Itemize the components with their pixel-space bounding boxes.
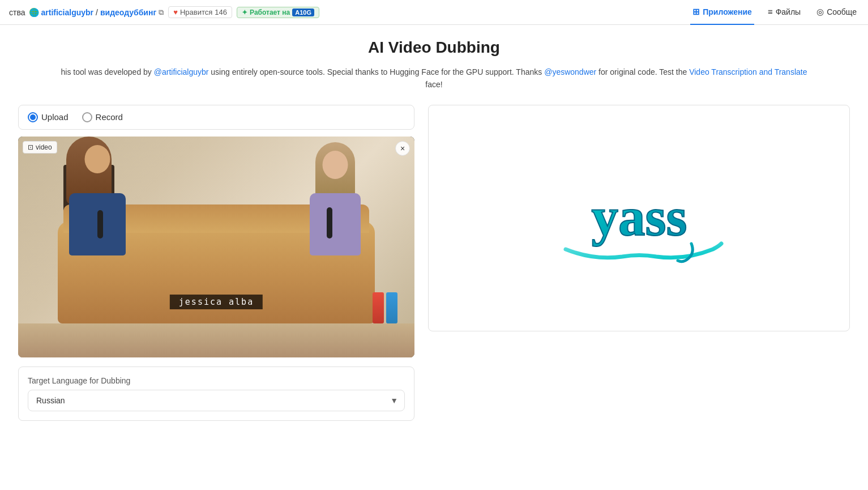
topbar: ства 🌐 artificialguybr / видеодуббинг ⧉ … bbox=[0, 0, 868, 25]
topbar-left: ства 🌐 artificialguybr / видеодуббинг ⧉ … bbox=[9, 6, 683, 18]
person-left bbox=[52, 137, 143, 255]
video-label: ⊡ video bbox=[23, 141, 57, 154]
running-badge: ✦ Работает на A10G bbox=[237, 7, 319, 18]
app-icon: ⊞ bbox=[692, 7, 700, 17]
heart-icon: ♥ bbox=[173, 8, 178, 16]
main-content: AI Video Dubbing his tool was developed … bbox=[0, 25, 868, 434]
microphone-right bbox=[327, 207, 332, 238]
plus-icon: ✦ bbox=[242, 8, 247, 16]
video-preview: jessica alba bbox=[18, 137, 414, 357]
repo-info: 🌐 artificialguybr / видеодуббинг ⧉ bbox=[29, 8, 164, 17]
video-label-text: video bbox=[36, 143, 52, 151]
person-right-torso bbox=[310, 193, 361, 255]
video-container: ⊡ video × bbox=[18, 137, 414, 357]
copy-icon[interactable]: ⧉ bbox=[159, 8, 164, 17]
person-right bbox=[296, 142, 375, 255]
record-radio[interactable] bbox=[82, 112, 92, 122]
video-scene: jessica alba bbox=[18, 137, 414, 357]
community-icon: ◎ bbox=[816, 7, 824, 17]
products bbox=[373, 292, 397, 323]
person-right-head bbox=[323, 151, 348, 179]
record-option[interactable]: Record bbox=[82, 112, 123, 122]
tab-community[interactable]: ◎ Сообще bbox=[814, 0, 859, 25]
tab-app-label: Приложение bbox=[703, 7, 752, 16]
target-lang-label: Target Language for Dubbing bbox=[28, 376, 405, 385]
record-label: Record bbox=[96, 112, 123, 122]
upload-record-toggle: Upload Record bbox=[18, 105, 414, 130]
running-label: Работает на bbox=[250, 8, 290, 16]
tab-files-label: Файлы bbox=[776, 7, 801, 16]
subtitle-overlay: jessica alba bbox=[170, 295, 263, 309]
repo-separator: / bbox=[96, 8, 98, 17]
yass-text: yass bbox=[591, 187, 687, 247]
repo-owner-link[interactable]: artificialguybr bbox=[41, 8, 93, 17]
microphone-left bbox=[97, 210, 103, 238]
tab-files[interactable]: ≡ Файлы bbox=[766, 0, 803, 25]
topbar-right: ⊞ Приложение ≡ Файлы ◎ Сообще bbox=[690, 0, 859, 25]
person-right-body bbox=[296, 142, 375, 255]
two-col-layout: Upload Record ⊡ video × bbox=[18, 105, 850, 421]
like-button[interactable]: ♥ Нравится 146 bbox=[168, 6, 232, 18]
upload-radio[interactable] bbox=[28, 112, 38, 122]
globe-icon: 🌐 bbox=[29, 8, 39, 17]
language-select[interactable]: Russian English Spanish French German It… bbox=[28, 390, 405, 411]
tab-app[interactable]: ⊞ Приложение bbox=[690, 0, 754, 25]
like-count: 146 bbox=[215, 8, 227, 16]
yass-logo: yass bbox=[526, 127, 752, 309]
repo-name-link[interactable]: видеодуббинг bbox=[100, 8, 156, 17]
upload-label: Upload bbox=[41, 112, 69, 122]
close-video-button[interactable]: × bbox=[395, 141, 410, 156]
yass-svg: yass bbox=[549, 161, 730, 275]
person-left-body bbox=[52, 137, 143, 255]
language-select-wrapper: Russian English Spanish French German It… bbox=[28, 390, 405, 411]
product-2 bbox=[386, 292, 397, 323]
page-description: his tool was developed by @artificialguy… bbox=[18, 66, 850, 91]
upload-option[interactable]: Upload bbox=[28, 112, 69, 122]
site-prefix: ства bbox=[9, 8, 25, 17]
floor bbox=[18, 323, 414, 357]
video-icon: ⊡ bbox=[28, 143, 33, 151]
left-column: Upload Record ⊡ video × bbox=[18, 105, 414, 421]
author-link[interactable]: @artificialguybr bbox=[154, 67, 209, 76]
person-left-head bbox=[85, 145, 110, 173]
thanks-link[interactable]: @yeswondwer bbox=[544, 67, 596, 76]
tab-community-label: Сообще bbox=[827, 7, 857, 16]
gpu-badge: A10G bbox=[292, 8, 314, 16]
right-column: yass bbox=[428, 105, 850, 331]
target-language-section: Target Language for Dubbing Russian Engl… bbox=[18, 367, 414, 421]
product-1 bbox=[373, 292, 384, 323]
transcription-link[interactable]: Video Transcription and Translate bbox=[689, 67, 807, 76]
page-title: AI Video Dubbing bbox=[18, 39, 850, 57]
like-label: Нравится bbox=[180, 8, 212, 16]
files-icon: ≡ bbox=[768, 7, 773, 16]
